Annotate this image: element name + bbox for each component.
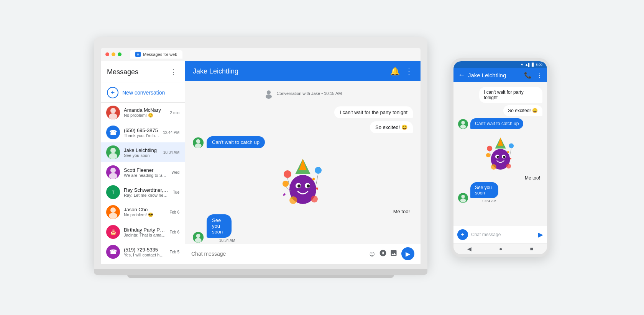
- phone-msg-row-received-1: Can't wait to catch up: [458, 118, 542, 129]
- conv-info-jason: Jason Cho No problem! 😎: [124, 207, 166, 217]
- conv-info-phone2: (519) 729-5335 Yes, I will contact her t…: [124, 247, 166, 257]
- svg-point-54: [461, 195, 465, 198]
- phone-back-nav[interactable]: ◀: [467, 246, 472, 252]
- phone-message-input[interactable]: Chat message: [471, 232, 535, 237]
- svg-point-4: [110, 168, 116, 173]
- messages-tab-icon: M: [135, 52, 141, 57]
- browser-tab[interactable]: M Messages for web: [130, 50, 182, 59]
- laptop: M Messages for web Messages ⋮ + New conv…: [94, 37, 427, 269]
- signal-icon: ▲▌: [525, 63, 531, 67]
- dot-green[interactable]: [118, 52, 122, 56]
- phone-header: ← Jake Leichtling 📞 ⋮: [453, 68, 547, 82]
- conv-item-peter[interactable]: Peter Paik I am available tomorrow at 7P…: [101, 262, 185, 264]
- svg-point-44: [487, 145, 492, 151]
- msg-bubble-see-you-soon: See you soon: [207, 214, 232, 238]
- conv-item-phone1[interactable]: ☎ (650) 695-3875 Thank you. I'm heading …: [101, 122, 185, 142]
- svg-point-48: [486, 153, 490, 157]
- new-conversation-label: New conversation: [122, 90, 165, 96]
- svg-point-34: [195, 238, 201, 243]
- conv-item-phone2[interactable]: ☎ (519) 729-5335 Yes, I will contact her…: [101, 242, 185, 262]
- svg-point-32: [311, 196, 318, 202]
- chat-messages: Conversation with Jake • 10:15 AM I can'…: [185, 81, 421, 243]
- conv-info-amanda: Amanda McNary No problem! 😊: [124, 107, 166, 118]
- svg-point-31: [289, 196, 297, 204]
- svg-point-10: [267, 90, 271, 94]
- conv-name-phone1: (650) 695-3875: [124, 127, 159, 133]
- conv-time-ray: Tue: [173, 190, 179, 194]
- conv-item-ray[interactable]: T Ray Schwerdtner, Jason Tzou Ray: Let m…: [101, 182, 185, 202]
- phone-sticker-svg: [484, 134, 517, 171]
- notifications-icon[interactable]: 🔔: [390, 67, 400, 76]
- phone-msg-row-received-2: See you soon 10:34 AM: [458, 182, 542, 203]
- svg-point-43: [503, 156, 505, 158]
- convo-label: Conversation with Jake • 10:15 AM: [193, 89, 413, 99]
- conv-time-phone1: 12:44 PM: [163, 131, 179, 135]
- msg-row-received-2: See you soon 10:34 AM: [193, 214, 413, 243]
- more-options-button[interactable]: ⋮: [168, 67, 179, 77]
- conv-preview-scott: We are heading to San Francisco: [124, 173, 168, 178]
- new-conversation-button[interactable]: + New conversation: [101, 83, 185, 103]
- svg-point-35: [461, 121, 465, 124]
- phone-status-bar: ▼ ▲▌ ▊ 8:00: [453, 61, 547, 68]
- phone-bubble-see-you: See you soon: [470, 182, 498, 198]
- avatar-phone2: ☎: [106, 245, 120, 259]
- conv-name-phone2: (519) 729-5335: [124, 247, 166, 253]
- phone-see-you-col: See you soon 10:34 AM: [470, 182, 508, 203]
- phone-messages: I can't wait for party tonight So excite…: [453, 82, 547, 226]
- dot-yellow[interactable]: [112, 52, 115, 56]
- svg-point-3: [109, 153, 117, 159]
- dot-red[interactable]: [105, 52, 109, 56]
- svg-point-21: [284, 170, 291, 178]
- avatar-amanda: [106, 106, 120, 119]
- battery-icon: ▊: [532, 63, 534, 67]
- sidebar-title: Messages: [107, 68, 138, 76]
- laptop-base: [94, 269, 427, 275]
- conv-preview-amanda: No problem! 😊: [124, 113, 166, 118]
- svg-point-6: [110, 207, 116, 213]
- conv-item-bday[interactable]: 🎂 Birthday Party Planning Jacinta: That …: [101, 222, 185, 242]
- scene: M Messages for web Messages ⋮ + New conv…: [79, 22, 565, 293]
- see-you-col: See you soon 10:34 AM: [207, 214, 248, 243]
- chat-message-input[interactable]: [191, 251, 365, 257]
- phone-send-button[interactable]: ▶: [538, 230, 543, 239]
- phone-call-icon[interactable]: 📞: [524, 72, 532, 79]
- svg-point-13: [195, 144, 201, 148]
- conv-item-scott[interactable]: Scott Fleener We are heading to San Fran…: [101, 162, 185, 182]
- svg-line-47: [510, 148, 511, 155]
- phone-recents-nav[interactable]: ■: [530, 246, 533, 252]
- sticker-icon[interactable]: [379, 249, 387, 259]
- svg-point-2: [110, 148, 116, 153]
- conv-time-amanda: 2 min: [170, 111, 179, 115]
- phone-home-nav[interactable]: ●: [499, 246, 502, 252]
- phone-bubble-sent-2: So excited! 😄: [503, 105, 542, 116]
- conv-info-bday: Birthday Party Planning Jacinta: That is…: [124, 227, 166, 237]
- laptop-foot: [127, 275, 394, 278]
- phone-input-area: + Chat message ▶: [453, 226, 547, 243]
- media-icon[interactable]: [390, 249, 398, 259]
- emoji-icon[interactable]: ☺: [368, 250, 376, 258]
- conv-item-jake[interactable]: Jake Leichtling See you soon 10:34 AM: [101, 142, 185, 162]
- phone: ▼ ▲▌ ▊ 8:00 ← Jake Leichtling 📞 ⋮ I can'…: [450, 58, 550, 257]
- svg-point-5: [109, 173, 117, 179]
- svg-rect-51: [509, 158, 511, 159]
- status-icons: ▼ ▲▌ ▊ 8:00: [520, 63, 542, 67]
- conv-time-scott: Wed: [172, 170, 179, 175]
- me-too-label: Me too!: [193, 209, 410, 214]
- sticker-area: [193, 155, 413, 205]
- phone-back-button[interactable]: ←: [458, 71, 465, 79]
- phone-add-button[interactable]: +: [457, 229, 468, 240]
- chat-more-options-icon[interactable]: ⋮: [405, 67, 413, 76]
- phone-msg-row-sent-1: I can't wait for party tonight: [458, 87, 542, 103]
- conv-item-amanda[interactable]: Amanda McNary No problem! 😊 2 min: [101, 103, 185, 122]
- sticker-svg: [280, 155, 326, 205]
- conv-item-jason[interactable]: Jason Cho No problem! 😎 Feb 6: [101, 202, 185, 222]
- conv-preview-bday: Jacinta: That is amazing, Jeremy: [124, 233, 166, 237]
- phone-more-icon[interactable]: ⋮: [536, 72, 542, 79]
- msg-row-sent-1: I can't wait for the party tonight: [193, 106, 413, 118]
- phone-msg-time: 10:34 AM: [470, 199, 508, 203]
- sidebar: Messages ⋮ + New conversation: [101, 61, 185, 264]
- send-button[interactable]: ▶: [401, 247, 414, 260]
- msg-row-received-1: Can't wait to catch up: [193, 136, 413, 148]
- phone-avatar-jake: [458, 119, 468, 129]
- svg-point-11: [266, 94, 272, 99]
